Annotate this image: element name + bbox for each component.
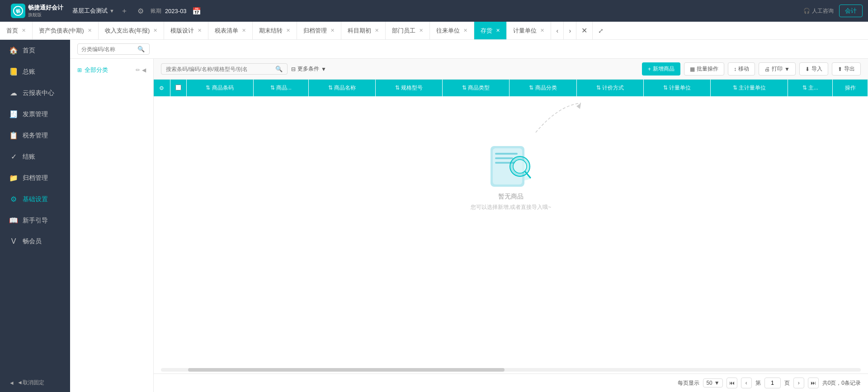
- batch-button[interactable]: ▦ 批量操作: [684, 62, 724, 76]
- tab-partner-close-icon[interactable]: ✕: [463, 28, 467, 33]
- sidebar-item-tax[interactable]: 📋 税务管理: [0, 125, 70, 146]
- category-search-box[interactable]: 🔍: [77, 43, 150, 55]
- export-button[interactable]: ⬆ 导出: [832, 62, 861, 76]
- last-page-button[interactable]: ⏭: [808, 378, 819, 388]
- select-all-checkbox[interactable]: [175, 85, 181, 90]
- unpin-label: ◄取消固定: [17, 379, 44, 387]
- tab-dept[interactable]: 部门员工 ✕: [386, 22, 430, 40]
- tab-next-icon[interactable]: ›: [564, 22, 576, 40]
- next-page-button[interactable]: ›: [793, 378, 804, 388]
- empty-title: 暂无商品: [498, 193, 524, 201]
- print-button[interactable]: 🖨 打印 ▼: [759, 62, 796, 76]
- tab-unit[interactable]: 计量单位 ✕: [507, 22, 551, 40]
- page-unit: 页: [784, 379, 790, 387]
- add-icon: +: [648, 66, 651, 72]
- sidebar-item-archive[interactable]: 📁 归档管理: [0, 167, 70, 189]
- tab-partner[interactable]: 往来单位 ✕: [430, 22, 474, 40]
- tab-tax-label: 税表清单: [215, 27, 238, 35]
- col-main-abbr[interactable]: ⇅ 主...: [788, 80, 833, 96]
- left-panel: ⊞ 全部分类 ✏ ◀: [70, 59, 154, 392]
- horizontal-scrollbar-thumb[interactable]: [188, 368, 505, 372]
- account-button[interactable]: 会计: [839, 5, 863, 17]
- tab-subject[interactable]: 科目期初 ✕: [341, 22, 386, 40]
- tab-unit-close-icon[interactable]: ✕: [540, 28, 544, 33]
- tab-tax[interactable]: 税表清单 ✕: [208, 22, 253, 40]
- sidebar-unpin-button[interactable]: ◄ ◄取消固定: [0, 373, 70, 392]
- settings-icon[interactable]: ⚙: [134, 5, 147, 17]
- tab-period-close-icon[interactable]: ✕: [286, 28, 290, 33]
- tab-income-close-icon[interactable]: ✕: [153, 28, 157, 33]
- col-spec-sort-icon: ⇅: [395, 85, 400, 91]
- category-edit-icon[interactable]: ✏: [136, 67, 140, 73]
- filter-icon: ⊟: [291, 66, 296, 72]
- ai-consult-button[interactable]: 🎧 人工咨询: [803, 7, 834, 15]
- archive-icon: 📁: [9, 174, 18, 182]
- col-main-unit[interactable]: ⇅ 主计量单位: [711, 80, 788, 96]
- first-page-button[interactable]: ⏮: [726, 378, 737, 388]
- col-category[interactable]: ⇅ 商品分类: [509, 80, 576, 96]
- tab-template[interactable]: 模版设计 ✕: [164, 22, 208, 40]
- calendar-icon[interactable]: 📅: [190, 5, 203, 17]
- search-icon: 🔍: [137, 46, 145, 52]
- sidebar-item-member[interactable]: V 畅会员: [0, 231, 70, 252]
- add-product-button[interactable]: + 新增商品: [642, 62, 680, 76]
- move-button[interactable]: ↕ 移动: [728, 62, 755, 76]
- sidebar: 🏠 首页 📒 总账 ☁ 云报表中心 🧾 发票管理 📋 税务管理 ✓ 结账 📁 归…: [0, 40, 70, 392]
- tab-home[interactable]: 首页 ✕: [0, 22, 33, 40]
- sidebar-ledger-label: 总账: [23, 68, 35, 76]
- sidebar-item-ledger[interactable]: 📒 总账: [0, 61, 70, 82]
- tab-income[interactable]: 收入支出表(年报) ✕: [99, 22, 165, 40]
- col-unit[interactable]: ⇅ 计量单位: [643, 80, 710, 96]
- horizontal-scrollbar[interactable]: [161, 368, 861, 372]
- tab-prev-icon[interactable]: ‹: [551, 22, 564, 40]
- page-number-input[interactable]: [764, 378, 781, 388]
- category-all[interactable]: ⊞ 全部分类 ✏ ◀: [70, 62, 153, 78]
- category-collapse-icon[interactable]: ◀: [142, 67, 146, 73]
- tab-asset[interactable]: 资产负债表(中期) ✕: [33, 22, 99, 40]
- tab-subject-close-icon[interactable]: ✕: [375, 28, 379, 33]
- sidebar-item-checkout[interactable]: ✓ 结账: [0, 146, 70, 167]
- sidebar-settings-label: 基础设置: [23, 195, 48, 203]
- tab-home-close-icon[interactable]: ✕: [22, 28, 26, 33]
- col-settings[interactable]: ⚙: [154, 80, 170, 96]
- sidebar-item-settings[interactable]: ⚙ 基础设置: [0, 189, 70, 210]
- tab-archive-close-icon[interactable]: ✕: [330, 28, 335, 33]
- filter-button[interactable]: ⊟ 更多条件 ▼: [291, 65, 326, 73]
- tab-template-label: 模版设计: [170, 27, 194, 35]
- per-page-value: 50: [706, 380, 712, 386]
- tab-expand-icon[interactable]: ⤢: [593, 22, 609, 40]
- import-button[interactable]: ⬇ 导入: [799, 62, 828, 76]
- col-spec[interactable]: ⇅ 规格型号: [375, 80, 442, 96]
- add-tab-icon[interactable]: ＋: [118, 5, 131, 17]
- tab-asset-close-icon[interactable]: ✕: [88, 28, 92, 33]
- col-name[interactable]: ⇅ 商品名称: [308, 80, 375, 96]
- prev-page-button[interactable]: ‹: [741, 378, 752, 388]
- col-checkbox[interactable]: [170, 80, 186, 96]
- tab-inventory-close-icon[interactable]: ✕: [496, 28, 500, 33]
- tab-template-close-icon[interactable]: ✕: [198, 28, 202, 33]
- col-barcode-sort-icon: ⇅: [206, 85, 210, 91]
- tab-period[interactable]: 期末结转 ✕: [253, 22, 297, 40]
- per-page-dropdown[interactable]: 50 ▼: [703, 378, 722, 387]
- tab-inventory[interactable]: 存货 ✕: [474, 22, 507, 40]
- sidebar-item-cloud[interactable]: ☁ 云报表中心: [0, 82, 70, 104]
- col-barcode[interactable]: ⇅ 商品条码: [186, 80, 253, 96]
- sidebar-item-guide[interactable]: 📖 新手引导: [0, 210, 70, 231]
- tab-dept-close-icon[interactable]: ✕: [419, 28, 423, 33]
- top-toolbar: 🔍: [70, 40, 868, 59]
- top-right: 🎧 人工咨询 会计: [803, 5, 863, 17]
- workspace-selector[interactable]: 基层工会测试 ▼: [72, 7, 114, 15]
- tab-tax-close-icon[interactable]: ✕: [242, 28, 246, 33]
- logo-area: 畅 畅捷通好会计 旗舰版: [5, 4, 69, 18]
- sidebar-item-home[interactable]: 🏠 首页: [0, 40, 70, 61]
- product-search-input[interactable]: [166, 66, 274, 72]
- col-code[interactable]: ⇅ 商品...: [253, 80, 308, 96]
- category-search-input[interactable]: [81, 46, 136, 52]
- tab-archive[interactable]: 归档管理 ✕: [297, 22, 341, 40]
- sidebar-item-invoice[interactable]: 🧾 发票管理: [0, 104, 70, 125]
- product-search-box[interactable]: 🔍: [161, 63, 288, 75]
- tab-close-all-icon[interactable]: ✕: [576, 22, 593, 40]
- app-sub: 旗舰版: [28, 12, 63, 18]
- col-price-mode[interactable]: ⇅ 计价方式: [576, 80, 643, 96]
- col-type[interactable]: ⇅ 商品类型: [443, 80, 509, 96]
